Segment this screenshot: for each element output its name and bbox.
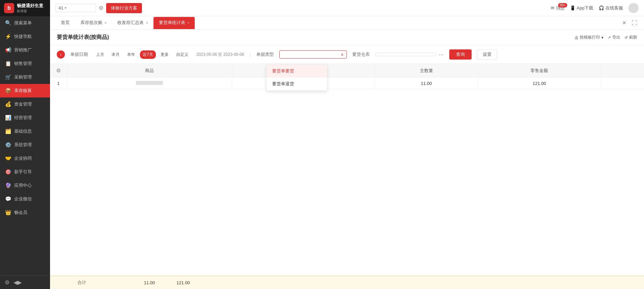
finance-icon: 💰 [5,101,11,108]
table-footer: 合计 11.00 121.00 [50,276,644,289]
sidebar-item-guide[interactable]: 🎯 新手引导 [0,165,50,179]
tab-close-batch[interactable]: × [104,21,106,25]
type-select[interactable]: ∧ [279,50,347,59]
product-placeholder [136,81,163,85]
vip-icon: 👑 [5,209,11,216]
query-button[interactable]: 查询 [449,49,472,60]
print-button[interactable]: 🖨 按模板打印 ▾ [574,35,603,40]
marketing-icon: 📢 [5,47,11,53]
basicinfo-icon: 🗂️ [5,128,11,135]
filter-expand-button[interactable]: › [57,50,65,59]
tab-expand-icon[interactable]: ⛶ [630,19,639,27]
page-title: 要货单统计表(按商品) [57,34,109,45]
sidebar-item-basicinfo[interactable]: 🗂️ 基础信息 [0,125,50,138]
topbar-gear-icon[interactable]: ⚙ [99,5,103,11]
tabbar: 首页 库存批次账 × 收发存汇总表 × 要货单统计表 × ✕ ⛶ [50,16,644,30]
dropdown-item-yaohuodantuihuo[interactable]: 要货单退货 [267,77,327,90]
gear-icon[interactable]: ⚙ [56,68,61,73]
settings-icon[interactable]: ⚙ [5,279,9,286]
system-icon: ⚙️ [5,141,11,148]
online-service-button[interactable]: 🎧 在线客服 [599,5,623,11]
search-icon: 🔍 [5,20,11,26]
headset-icon: 🎧 [599,5,604,10]
date-7days[interactable]: 近7天 [140,50,156,59]
date-last-month[interactable]: 上月 [93,50,107,59]
sidebar-item-inventory[interactable]: 📦 库存核算 [0,84,50,97]
sidebar-nav: 🔍 搜索菜单 ⚡ 快捷导航 📢 营销推广 📋 销售管理 🛒 采购管理 📦 库存核… [0,16,50,275]
operations-icon: 📊 [5,114,11,121]
type-chevron-up-icon: ∧ [341,52,344,57]
tab-close-summary[interactable]: × [146,21,148,25]
table-area: ⚙ 商品 主计量单位 主数量 零售金额 1 [50,64,644,276]
table-header-row: ⚙ 商品 主计量单位 主数量 零售金额 [50,64,644,77]
date-label: 单据日期 [70,51,88,58]
date-more[interactable]: 更多 [158,50,171,59]
tab-close-all-icon[interactable]: ✕ [621,18,628,27]
topbar-right: ✉ 消息 99+ 📱 App下载 🎧 在线客服 [551,3,639,13]
quicknav-icon: ⚡ [5,33,11,40]
sidebar-item-appcenter[interactable]: 🔮 应用中心 [0,179,50,192]
refresh-icon: ↺ [624,35,628,40]
refresh-button[interactable]: ↺ 刷新 [624,35,637,40]
sidebar-item-vip[interactable]: 👑 畅会员 [0,206,50,219]
table-row: 1 块 11.00 121.00 [50,77,644,89]
date-custom[interactable]: 自定义 [173,50,191,59]
tabbar-right: ✕ ⛶ [621,18,639,27]
messages-button[interactable]: ✉ 消息 99+ [551,5,565,11]
filter-more-button[interactable]: ··· [439,51,444,58]
th-qty: 主数量 [375,64,478,77]
th-empty [601,64,644,77]
sidebar-item-operations[interactable]: 📊 经营管理 [0,111,50,125]
th-product: 商品 [67,64,232,77]
date-range-display: 2023-05-06 至 2023-06-06 [196,52,244,58]
tab-home[interactable]: 首页 [55,17,75,29]
data-table: ⚙ 商品 主计量单位 主数量 零售金额 1 [50,64,644,89]
wechat-icon: 💬 [5,196,11,202]
date-this-year[interactable]: 本年 [124,50,138,59]
sidebar-item-cooperation[interactable]: 🤝 企业协同 [0,152,50,165]
footer-qty: 11.00 [133,280,166,285]
type-label: 单据类型 [256,51,274,58]
guide-icon: 🎯 [5,169,11,175]
warehouse-label: 要货仓库 [352,51,370,58]
tab-close-order[interactable]: × [187,21,189,25]
tab-batch[interactable]: 库存批次账 × [75,17,112,29]
warehouse-input[interactable] [375,53,436,56]
th-amount: 零售金额 [478,64,601,77]
settings-button[interactable]: 设置 [477,49,497,60]
sidebar-item-quicknav[interactable]: ⚡ 快捷导航 [0,30,50,43]
td-product [67,77,232,89]
sidebar-item-search[interactable]: 🔍 搜索菜单 [0,16,50,30]
export-icon: ↗ [607,35,611,40]
date-this-month[interactable]: 本月 [109,50,122,59]
cooperation-icon: 🤝 [5,155,11,162]
sidebar-item-system[interactable]: ⚙️ 系统管理 [0,138,50,152]
page-header: 要货单统计表(按商品) 🖨 按模板打印 ▾ ↗ 导出 ↺ 刷新 [50,30,644,45]
main-area: 41 ▾ ⚙ 体验行业方案 ✉ 消息 99+ 📱 App下载 🎧 在线客服 [50,0,644,289]
th-gear[interactable]: ⚙ [50,64,67,77]
company-selector[interactable]: 41 ▾ [55,4,96,12]
tab-summary[interactable]: 收发存汇总表 × [112,17,153,29]
tab-order[interactable]: 要货单统计表 × [153,17,195,29]
avatar[interactable] [628,3,639,13]
type-dropdown: 要货单要货 要货单退货 [266,64,327,91]
app-download-button[interactable]: 📱 App下载 [570,5,593,11]
sales-icon: 📋 [5,60,11,67]
sidebar-item-marketing[interactable]: 📢 营销推广 [0,43,50,57]
dropdown-item-yaohuodanhuo[interactable]: 要货单要货 [267,65,327,77]
td-extra [601,77,644,89]
trial-button[interactable]: 体验行业方案 [106,3,142,13]
sidebar-item-finance[interactable]: 💰 资金管理 [0,97,50,111]
td-index: 1 [50,77,67,89]
sidebar-item-sales[interactable]: 📋 销售管理 [0,57,50,70]
collapse-icon[interactable]: ◀▶ [14,279,22,286]
topbar: 41 ▾ ⚙ 体验行业方案 ✉ 消息 99+ 📱 App下载 🎧 在线客服 [50,0,644,16]
footer-label: 合计 [72,280,92,286]
purchase-icon: 🛒 [5,74,11,81]
phone-icon: 📱 [570,5,575,10]
sidebar-item-wechat[interactable]: 💬 企业微信 [0,192,50,206]
sidebar-item-purchase[interactable]: 🛒 采购管理 [0,70,50,84]
page-header-actions: 🖨 按模板打印 ▾ ↗ 导出 ↺ 刷新 [574,35,637,44]
logo-icon: b [4,3,14,13]
export-button[interactable]: ↗ 导出 [607,35,620,40]
